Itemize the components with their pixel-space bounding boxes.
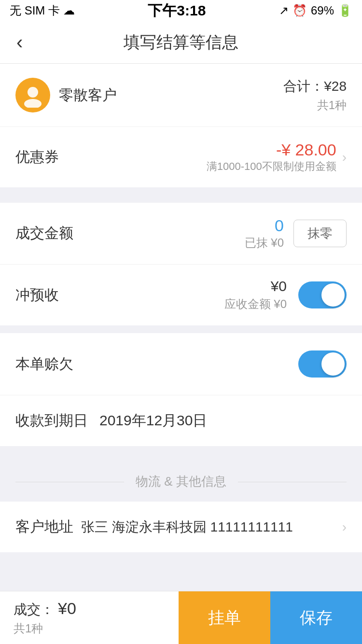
deal-amount-row: 成交金额 0 已抹 ¥0 抹零 <box>15 203 347 264</box>
section-divider <box>0 195 362 203</box>
section-divider-3 <box>0 454 362 462</box>
precollect-toggle[interactable] <box>298 281 347 308</box>
bottom-deal-label: 成交： <box>14 601 54 619</box>
deal-amount-value: 0 <box>245 216 284 235</box>
save-button[interactable]: 保存 <box>270 591 362 644</box>
due-date-label: 收款到期日 <box>15 411 88 431</box>
logistics-section-header: 物流 & 其他信息 <box>0 462 362 502</box>
coupon-right: -¥ 28.00 满1000-100不限制使用金额 › <box>207 140 347 174</box>
precollect-right: ¥0 应收金额 ¥0 <box>224 278 347 312</box>
deal-amount-sub: 已抹 ¥0 <box>245 235 284 251</box>
amount-section: 成交金额 0 已抹 ¥0 抹零 <box>0 203 362 264</box>
debt-toggle-knob <box>321 352 345 376</box>
address-chevron-icon: › <box>342 519 347 535</box>
customer-left: 零散客户 <box>15 78 117 112</box>
status-right: ↗ ⏰ 69% 🔋 <box>279 4 352 17</box>
signal-text: 无 SIM 卡 ☁ <box>10 3 75 18</box>
section-divider-2 <box>0 325 362 333</box>
coupon-desc: 满1000-100不限制使用金额 <box>207 159 336 174</box>
customer-count: 共1种 <box>283 98 347 113</box>
address-value: 张三 海淀永丰科技园 11111111111 <box>81 518 334 536</box>
bottom-deal: 成交： ¥0 <box>14 599 165 619</box>
coupon-amount: -¥ 28.00 <box>207 140 336 159</box>
debt-label: 本单赊欠 <box>15 354 73 374</box>
alarm-icon: ⏰ <box>292 4 307 17</box>
precollect-value: ¥0 <box>224 278 287 294</box>
svg-point-1 <box>24 99 42 108</box>
precollect-label: 冲预收 <box>15 285 59 305</box>
bottom-count: 共1种 <box>14 621 165 636</box>
toggle-knob <box>321 283 345 307</box>
precollect-sub: 应收金额 ¥0 <box>224 296 287 312</box>
round-button[interactable]: 抹零 <box>293 220 347 247</box>
battery-text: 69% <box>311 4 334 17</box>
customer-row: 零散客户 合计：¥28 共1种 <box>0 64 362 126</box>
coupon-label: 优惠券 <box>15 147 59 167</box>
status-time: 下午3:18 <box>148 1 206 21</box>
customer-total: 合计：¥28 <box>283 77 347 96</box>
address-section: 客户地址 张三 海淀永丰科技园 11111111111 › <box>0 502 362 552</box>
precollect-row: 冲预收 ¥0 应收金额 ¥0 <box>0 264 362 325</box>
customer-right: 合计：¥28 共1种 <box>283 77 347 113</box>
svg-point-0 <box>28 87 38 98</box>
battery-icon: 🔋 <box>338 4 352 17</box>
due-date-value: 2019年12月30日 <box>99 411 207 431</box>
page-title: 填写结算等信息 <box>124 31 238 54</box>
debt-row: 本单赊欠 <box>0 333 362 395</box>
customer-name: 零散客户 <box>59 85 117 105</box>
address-label: 客户地址 <box>15 517 73 537</box>
nav-bar: ‹ 填写结算等信息 <box>0 21 362 64</box>
debt-section: 本单赊欠 收款到期日 2019年12月30日 <box>0 333 362 446</box>
deal-amount-label: 成交金额 <box>15 224 73 243</box>
coupon-chevron-icon: › <box>342 150 347 165</box>
status-left: 无 SIM 卡 ☁ <box>10 3 75 18</box>
customer-section: 零散客户 合计：¥28 共1种 优惠券 -¥ 28.00 满1000-100不限… <box>0 64 362 187</box>
bottom-info: 成交： ¥0 共1种 <box>0 599 179 636</box>
hang-button[interactable]: 挂单 <box>179 591 270 644</box>
status-bar: 无 SIM 卡 ☁ 下午3:18 ↗ ⏰ 69% 🔋 <box>0 0 362 21</box>
avatar <box>15 78 50 112</box>
deal-amount-right: 0 已抹 ¥0 抹零 <box>245 216 347 251</box>
location-icon: ↗ <box>279 4 289 17</box>
bottom-bar: 成交： ¥0 共1种 挂单 保存 <box>0 591 362 644</box>
coupon-row[interactable]: 优惠券 -¥ 28.00 满1000-100不限制使用金额 › <box>0 126 362 187</box>
bottom-deal-value: ¥0 <box>58 599 76 618</box>
logistics-label: 物流 & 其他信息 <box>124 473 238 490</box>
back-button[interactable]: ‹ <box>12 27 28 58</box>
debt-toggle[interactable] <box>298 350 347 378</box>
address-row[interactable]: 客户地址 张三 海淀永丰科技园 11111111111 › <box>0 502 362 552</box>
due-date-row: 收款到期日 2019年12月30日 <box>0 395 362 446</box>
precollect-amounts: ¥0 应收金额 ¥0 <box>224 278 287 312</box>
